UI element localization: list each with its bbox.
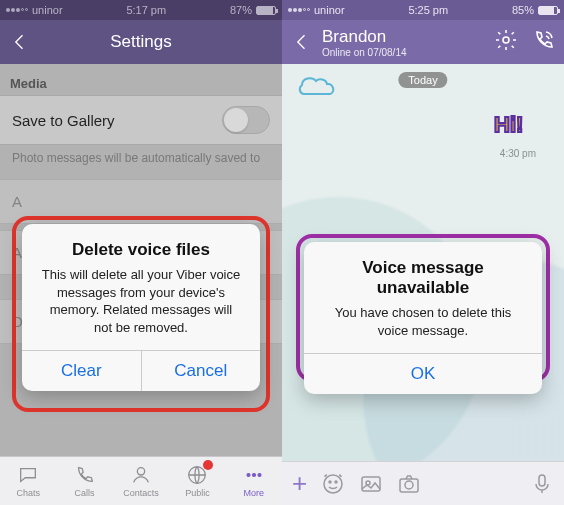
tab-public[interactable]: Public (169, 457, 225, 505)
battery-icon (256, 6, 276, 15)
settings-body: Media Save to Gallery Photo messages wil… (0, 64, 282, 456)
add-attachment-button[interactable]: + (292, 468, 307, 499)
doodle-cloud-icon (296, 70, 354, 108)
voice-record-button[interactable] (530, 472, 554, 496)
svg-point-3 (252, 474, 255, 477)
settings-screen: uninor 5:17 pm 87% Settings Media Save t… (0, 0, 282, 505)
gallery-button[interactable] (359, 472, 383, 496)
chat-body[interactable]: Today Hi! 4:30 pm Voice message unavaila… (282, 64, 564, 461)
clock-label: 5:25 pm (408, 4, 448, 16)
svg-point-2 (247, 474, 250, 477)
settings-gear-button[interactable] (494, 28, 518, 56)
tab-label: Public (185, 488, 210, 498)
carrier-label: uninor (32, 4, 63, 16)
clear-button[interactable]: Clear (22, 351, 141, 391)
svg-point-13 (405, 481, 413, 489)
battery-pct-label: 87% (230, 4, 252, 16)
svg-point-9 (335, 481, 337, 483)
svg-point-8 (329, 481, 331, 483)
svg-point-5 (503, 37, 509, 43)
tab-chats[interactable]: Chats (0, 457, 56, 505)
nav-bar: Brandon Online on 07/08/14 (282, 20, 564, 64)
svg-rect-14 (539, 475, 545, 486)
contact-status: Online on 07/08/14 (322, 47, 407, 58)
tab-bar: Chats Calls Contacts Public More (0, 456, 282, 505)
signal-dots-icon (6, 8, 28, 12)
ok-button[interactable]: OK (304, 354, 542, 394)
tab-more[interactable]: More (226, 457, 282, 505)
sticker-button[interactable] (321, 472, 345, 496)
clock-label: 5:17 pm (126, 4, 166, 16)
date-pill: Today (398, 72, 447, 88)
alert-body: This will delete all your Viber voice me… (22, 264, 260, 350)
tab-contacts[interactable]: Contacts (113, 457, 169, 505)
tab-label: Contacts (123, 488, 159, 498)
alert-title: Voice message unavailable (304, 242, 542, 302)
page-title: Settings (0, 32, 282, 52)
back-button[interactable] (290, 30, 314, 54)
tab-calls[interactable]: Calls (56, 457, 112, 505)
svg-text:Hi!: Hi! (494, 112, 523, 137)
hi-sticker: Hi! (492, 108, 538, 142)
camera-button[interactable] (397, 472, 421, 496)
chat-screen: uninor 5:25 pm 85% Brandon Online on 07/… (282, 0, 564, 505)
alert-body: You have chosen to delete this voice mes… (304, 302, 542, 353)
voice-unavailable-alert: Voice message unavailable You have chose… (304, 242, 542, 394)
svg-point-0 (137, 468, 144, 475)
tab-label: Chats (16, 488, 40, 498)
status-bar: uninor 5:17 pm 87% (0, 0, 282, 20)
notification-badge (203, 460, 213, 470)
compose-bar: + (282, 461, 564, 505)
signal-dots-icon (288, 8, 310, 12)
battery-pct-label: 85% (512, 4, 534, 16)
status-bar: uninor 5:25 pm 85% (282, 0, 564, 20)
svg-point-7 (324, 475, 342, 493)
delete-voice-alert: Delete voice files This will delete all … (22, 224, 260, 391)
message-time: 4:30 pm (500, 148, 536, 159)
contact-name: Brandon (322, 27, 407, 47)
call-button[interactable] (532, 28, 556, 56)
svg-point-4 (258, 474, 261, 477)
tab-label: More (244, 488, 265, 498)
cancel-button[interactable]: Cancel (141, 351, 261, 391)
tab-label: Calls (75, 488, 95, 498)
carrier-label: uninor (314, 4, 345, 16)
nav-bar: Settings (0, 20, 282, 64)
alert-title: Delete voice files (22, 224, 260, 264)
battery-icon (538, 6, 558, 15)
